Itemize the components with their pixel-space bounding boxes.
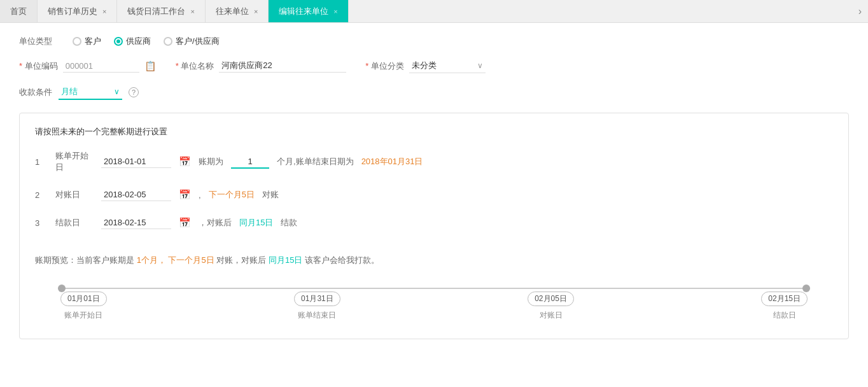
period-num-1: 1 — [35, 157, 48, 167]
period-desc-3-prefix: ，对账后 — [199, 217, 232, 229]
radio-customer[interactable]: 客户 — [73, 36, 101, 47]
close-cash-work[interactable]: × — [190, 8, 194, 15]
unit-name-label: 单位名称 — [176, 60, 214, 72]
unit-category-select[interactable]: 未分类 ∨ — [409, 59, 486, 73]
tab-cash-work[interactable]: 钱货日清工作台 × — [117, 0, 205, 22]
period-reconcile-calendar-icon[interactable]: 📅 — [179, 189, 191, 201]
tab-partner[interactable]: 往来单位 × — [206, 0, 269, 22]
payment-help-icon[interactable]: ? — [129, 87, 139, 97]
main-content: 单位类型 客户 供应商 客户/供应商 单位编码 📋 单位名称 单位分类 未分类 — [0, 23, 868, 387]
period-label-2: 对账日 — [55, 189, 94, 201]
period-label-1: 账单开始日 — [55, 150, 94, 173]
preview-section: 账期预览：当前客户账期是 1个月， 下一个月5日 对账，对账后 同月15日 该客… — [35, 244, 833, 326]
unit-code-label: 单位编码 — [19, 60, 58, 72]
preview-part2: 下一个月5日 — [168, 255, 214, 265]
unit-type-label: 单位类型 — [19, 36, 52, 47]
radio-circle-supplier — [114, 37, 123, 46]
period-row-1: 1 账单开始日 📅 账期为 个月,账单结束日期为 2018年01月31日 — [35, 150, 833, 173]
radio-both[interactable]: 客户/供应商 — [164, 36, 220, 47]
period-payment-calendar-icon[interactable]: 📅 — [179, 217, 191, 229]
timeline-nodes: 01月01日 账单开始日 01月31日 账单结束日 02月05日 对账日 — [60, 281, 808, 321]
preview-middle: 对账，对账后 — [216, 255, 266, 265]
unit-code-group: 单位编码 📋 — [19, 60, 157, 73]
period-start-calendar-icon[interactable]: 📅 — [179, 156, 191, 167]
period-row-2: 2 对账日 📅 , 下一个月5日 对账 — [35, 188, 833, 201]
period-desc-2-prefix: , — [199, 190, 201, 200]
close-partner[interactable]: × — [254, 8, 258, 15]
timeline-node-end: 01月31日 账单结束日 — [294, 281, 340, 321]
payment-condition-value: 月结 — [61, 86, 111, 97]
period-end-date-highlight: 2018年01月31日 — [361, 156, 423, 167]
timeline-badge-start: 01月01日 — [60, 292, 107, 306]
preview-prefix: 账期预览：当前客户账期是 — [35, 255, 134, 265]
payment-condition-chevron: ∨ — [114, 87, 120, 96]
unit-name-group: 单位名称 — [176, 60, 347, 73]
close-sales-history[interactable]: × — [102, 8, 106, 15]
period-next-month-highlight: 下一个月5日 — [209, 189, 255, 201]
period-box-title: 请按照未来的一个完整帐期进行设置 — [35, 126, 833, 137]
timeline-container: 01月01日 账单开始日 01月31日 账单结束日 02月05日 对账日 — [35, 281, 833, 321]
preview-text: 账期预览：当前客户账期是 1个月， 下一个月5日 对账，对账后 同月15日 该客… — [35, 255, 833, 266]
period-payment-date-input[interactable] — [101, 216, 171, 229]
form-row-main: 单位编码 📋 单位名称 单位分类 未分类 ∨ — [19, 59, 849, 73]
radio-circle-customer — [73, 37, 81, 46]
timeline-node-start: 01月01日 账单开始日 — [60, 281, 107, 321]
period-same-month-highlight: 同月15日 — [239, 217, 273, 229]
period-row-3: 3 结款日 📅 ，对账后 同月15日 结款 — [35, 216, 833, 229]
unit-category-group: 单位分类 未分类 ∨ — [365, 59, 486, 73]
period-months-input[interactable] — [231, 155, 269, 169]
timeline-badge-end: 01月31日 — [294, 292, 340, 306]
preview-part1: 1个月， — [137, 255, 166, 265]
period-reconcile-date-input[interactable] — [101, 188, 171, 201]
radio-circle-both — [164, 37, 172, 46]
payment-row: 收款条件 月结 ∨ ? — [19, 85, 849, 100]
unit-category-value: 未分类 — [412, 60, 475, 71]
payment-condition-select[interactable]: 月结 ∨ — [59, 85, 122, 100]
period-num-3: 3 — [35, 218, 48, 228]
period-desc-prefix-1: 账期为 — [199, 156, 223, 167]
timeline-label-payment: 结款日 — [773, 310, 796, 321]
period-start-date-input[interactable] — [101, 155, 171, 168]
tab-home[interactable]: 首页 — [0, 0, 38, 22]
timeline-label-start: 账单开始日 — [64, 310, 102, 321]
period-num-2: 2 — [35, 190, 48, 200]
unit-category-label: 单位分类 — [365, 60, 404, 72]
preview-suffix: 该客户会给我打款。 — [305, 255, 379, 265]
radio-supplier[interactable]: 供应商 — [114, 36, 151, 47]
period-desc-3-suffix: 结款 — [281, 217, 297, 229]
period-desc-2-suffix: 对账 — [262, 189, 279, 201]
timeline-badge-reconcile: 02月05日 — [528, 292, 574, 306]
close-edit-partner[interactable]: × — [333, 8, 337, 15]
tab-bar: 首页 销售订单历史 × 钱货日清工作台 × 往来单位 × 编辑往来单位 × › — [0, 0, 868, 23]
tab-more-button[interactable]: › — [852, 0, 868, 22]
timeline-node-reconcile: 02月05日 对账日 — [528, 281, 574, 321]
unit-category-chevron: ∨ — [477, 61, 483, 70]
timeline-label-end: 账单结束日 — [298, 310, 336, 321]
payment-condition-label: 收款条件 — [19, 87, 52, 98]
tab-sales-history[interactable]: 销售订单历史 × — [38, 0, 117, 22]
timeline-node-payment: 02月15日 结款日 — [761, 281, 808, 321]
unit-code-calendar-icon[interactable]: 📋 — [144, 60, 157, 72]
period-box: 请按照未来的一个完整帐期进行设置 1 账单开始日 📅 账期为 个月,账单结束日期… — [19, 113, 849, 339]
unit-code-input[interactable] — [63, 60, 139, 73]
period-label-3: 结款日 — [55, 217, 94, 229]
period-desc-suffix-1: 个月,账单结束日期为 — [277, 156, 354, 167]
unit-name-input[interactable] — [219, 60, 346, 73]
preview-part3: 同月15日 — [269, 255, 302, 265]
unit-type-group: 单位类型 客户 供应商 客户/供应商 — [19, 36, 849, 47]
tab-edit-partner[interactable]: 编辑往来单位 × — [269, 0, 348, 22]
timeline-badge-payment: 02月15日 — [761, 292, 808, 306]
timeline-label-reconcile: 对账日 — [540, 310, 563, 321]
